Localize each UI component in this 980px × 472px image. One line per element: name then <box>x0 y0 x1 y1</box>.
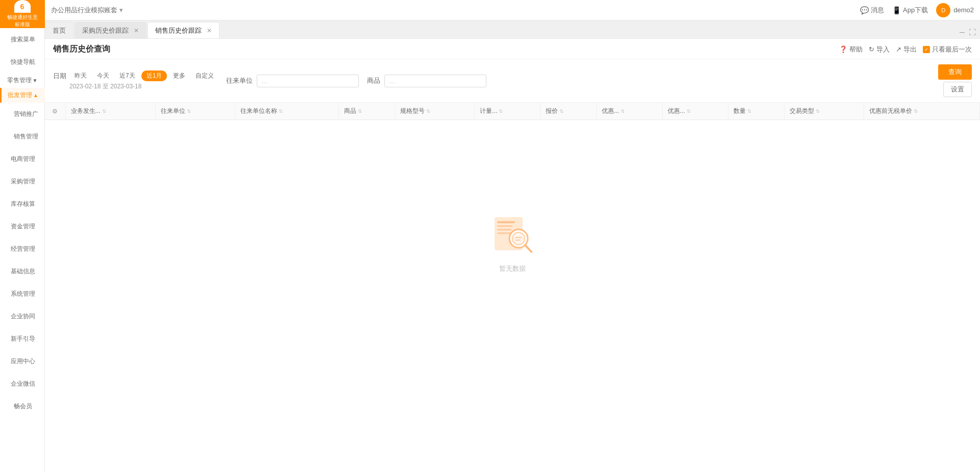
main-content: 办公用品行业模拟账套 ▾ 💬 消息 📱 App下载 D demo2 首页 采购历… <box>45 0 980 472</box>
user-menu[interactable]: D demo2 <box>936 3 974 17</box>
sidebar-item-app-center[interactable]: 应用中心 <box>0 350 45 372</box>
tab-sales-history-close[interactable]: ✕ <box>207 27 212 34</box>
date-buttons: 昨天 今天 近7天 近1月 更多 自定义 <box>70 70 218 81</box>
topbar-dropdown-icon[interactable]: ▾ <box>119 6 123 14</box>
sort-icon-qty: ⇅ <box>747 108 751 114</box>
export-action[interactable]: ↗ 导出 <box>896 45 917 54</box>
user-avatar: D <box>936 3 950 17</box>
partner-input[interactable]: ... <box>257 75 359 87</box>
sidebar-item-guide[interactable]: 新手引导 <box>0 327 45 350</box>
sidebar-item-ecommerce[interactable]: 电商管理 <box>0 148 45 170</box>
th-goods-label: 商品 <box>344 107 356 115</box>
sort-icon-goods: ⇅ <box>358 108 362 114</box>
message-icon: 💬 <box>860 6 869 14</box>
date-btn-more[interactable]: 更多 <box>169 70 189 81</box>
tab-sales-history[interactable]: 销售历史价跟踪 ✕ <box>148 22 219 38</box>
date-btn-custom[interactable]: 自定义 <box>191 70 218 81</box>
sidebar-item-purchase[interactable]: 采购管理 <box>0 170 45 193</box>
goods-filter-label: 商品 <box>367 76 380 85</box>
sort-icon-trade-type: ⇅ <box>816 108 820 114</box>
th-spec[interactable]: 规格型号 ⇅ <box>395 103 474 120</box>
window-minimize-icon[interactable]: ─ <box>960 28 965 36</box>
sidebar-item-inventory[interactable]: 库存核算 <box>0 193 45 215</box>
th-goods[interactable]: 商品 ⇅ <box>339 103 395 120</box>
th-qty[interactable]: 数量 ⇅ <box>728 103 785 120</box>
help-icon: ❓ <box>839 45 847 53</box>
svg-rect-1 <box>497 221 515 223</box>
sidebar-item-membership[interactable]: 畅会员 <box>0 395 45 417</box>
th-unit-label: 计量... <box>480 107 497 115</box>
download-icon: 📱 <box>892 6 901 14</box>
th-pre-tax-price[interactable]: 优惠前无税单价 ⇅ <box>864 103 980 120</box>
th-spec-label: 规格型号 <box>400 107 425 115</box>
sidebar-item-marketing[interactable]: 营销推广 <box>0 103 45 125</box>
th-partner-name-label: 往来单位名称 <box>240 107 277 115</box>
sort-icon-partner-code: ⇅ <box>187 108 191 114</box>
query-button[interactable]: 查询 <box>938 64 972 80</box>
sidebar-item-label: 搜索菜单 <box>11 35 35 44</box>
tab-purchase-history[interactable]: 采购历史价跟踪 ✕ <box>75 22 146 38</box>
sidebar-item-sales-mgmt[interactable]: 销售管理 <box>0 125 45 148</box>
tab-home[interactable]: 首页 <box>45 22 74 38</box>
svg-point-6 <box>512 232 525 245</box>
sidebar-item-corp-wechat[interactable]: 企业微信 <box>0 372 45 395</box>
help-action[interactable]: ❓ 帮助 <box>839 45 863 54</box>
username: demo2 <box>953 6 974 14</box>
sidebar-item-retail-mgmt[interactable]: 零售管理 ▼ <box>0 73 45 88</box>
table-settings-icon[interactable]: ⚙ <box>52 108 58 115</box>
message-action[interactable]: 💬 消息 <box>860 6 884 15</box>
th-partner-code[interactable]: 往来单位 ⇅ <box>155 103 235 120</box>
sidebar-item-wholesale-mgmt[interactable]: 批发管理 ▲ <box>0 88 45 103</box>
date-btn-today[interactable]: 今天 <box>93 70 113 81</box>
tab-sales-history-label: 销售历史价跟踪 <box>155 26 202 35</box>
th-qty-label: 数量 <box>733 107 746 115</box>
sidebar-item-search-menu[interactable]: 搜索菜单 <box>0 28 45 51</box>
topbar: 办公用品行业模拟账套 ▾ 💬 消息 📱 App下载 D demo2 <box>45 0 980 20</box>
import-action[interactable]: ↻ 导入 <box>869 45 890 54</box>
th-biz-date[interactable]: 业务发生... ⇅ <box>65 103 155 120</box>
message-label: 消息 <box>871 6 884 15</box>
th-unit[interactable]: 计量... ⇅ <box>475 103 541 120</box>
date-btn-1month[interactable]: 近1月 <box>141 70 167 81</box>
filter-date-wrapper: 日期 昨天 今天 近7天 近1月 更多 自定义 2023-02-18 至 202… <box>53 70 218 91</box>
chevron-up-icon: ▲ <box>33 92 38 98</box>
app-tag: 标准版 <box>15 21 30 28</box>
table-wrapper: ⚙ 业务发生... ⇅ 往来单位 ⇅ <box>45 103 980 472</box>
sidebar-item-basic-info[interactable]: 基础信息 <box>0 260 45 282</box>
th-trade-type[interactable]: 交易类型 ⇅ <box>784 103 864 120</box>
sidebar-item-finance[interactable]: 资金管理 <box>0 215 45 238</box>
th-partner-name[interactable]: 往来单位名称 ⇅ <box>235 103 338 120</box>
sidebar-item-system[interactable]: 系统管理 <box>0 282 45 305</box>
logo-icon: 6 <box>14 0 31 13</box>
sidebar-item-operations[interactable]: 经营管理 <box>0 238 45 260</box>
app-download-action[interactable]: 📱 App下载 <box>892 6 928 15</box>
sidebar-item-enterprise[interactable]: 企业协同 <box>0 305 45 327</box>
svg-line-7 <box>525 245 531 252</box>
th-quote[interactable]: 报价 ⇅ <box>541 103 597 120</box>
date-btn-7days[interactable]: 近7天 <box>115 70 139 81</box>
page-header-actions: ❓ 帮助 ↻ 导入 ↗ 导出 ✓ 只看最后一次 <box>839 45 972 54</box>
empty-state: 暂无数据 <box>45 120 980 365</box>
app-name: 畅捷通好生意 <box>7 14 38 21</box>
filter-right-actions: 查询 设置 <box>938 64 972 97</box>
sidebar-item-quick-nav[interactable]: 快捷导航 <box>0 51 45 73</box>
only-last-checkbox-wrapper[interactable]: ✓ 只看最后一次 <box>923 45 972 54</box>
th-settings[interactable]: ⚙ <box>45 103 65 120</box>
sidebar-item-label: 经营管理 <box>11 245 35 253</box>
sidebar-item-label: 企业协同 <box>11 312 35 321</box>
date-btn-yesterday[interactable]: 昨天 <box>70 70 91 81</box>
window-maximize-icon[interactable]: ⛶ <box>969 28 976 36</box>
data-table: ⚙ 业务发生... ⇅ 往来单位 ⇅ <box>45 103 980 120</box>
th-discount2[interactable]: 优惠... ⇅ <box>663 103 728 120</box>
sidebar-item-label: 零售管理 <box>7 76 32 85</box>
sidebar-item-label: 快捷导航 <box>11 58 35 66</box>
sort-icon-biz-date: ⇅ <box>102 108 106 114</box>
app-logo[interactable]: 6 畅捷通好生意 标准版 <box>0 0 45 28</box>
goods-input[interactable]: ... <box>384 75 486 87</box>
tab-purchase-history-close[interactable]: ✕ <box>134 27 139 34</box>
sort-icon-pre-tax-price: ⇅ <box>914 108 918 114</box>
partner-filter-label: 往来单位 <box>226 76 253 85</box>
th-discount1[interactable]: 优惠... ⇅ <box>596 103 662 120</box>
settings-button[interactable]: 设置 <box>943 82 972 97</box>
sort-icon-quote: ⇅ <box>559 108 564 114</box>
